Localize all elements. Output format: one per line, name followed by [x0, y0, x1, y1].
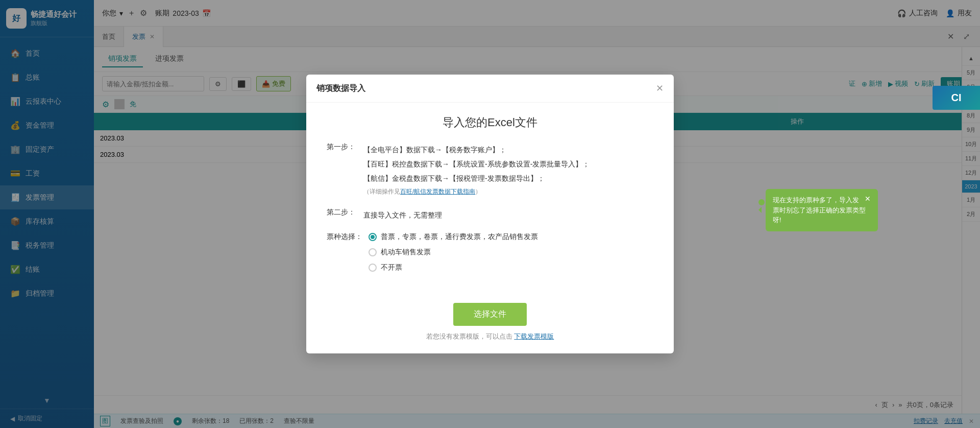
- step2: 第二步： 直接导入文件，无需整理: [327, 208, 653, 222]
- ticket-label: 票种选择：: [327, 232, 362, 242]
- dialog-footer: 选择文件 若您没有发票模版，可以点击 下载发票模版: [306, 295, 674, 353]
- radio-motor-label: 机动车销售发票: [381, 248, 431, 257]
- step1-line1: 【全电平台】数据下载→【税务数字账户】；: [363, 142, 653, 157]
- step1-content: 【全电平台】数据下载→【税务数字账户】； 【百旺】税控盘数据下载→【系统设置-系…: [363, 142, 653, 198]
- guide-link[interactable]: 百旺/航信发票数据下载指南: [400, 188, 475, 195]
- ticket-select: 票种选择： 普票，专票，卷票，通行费发票，农产品销售发票 机动车销售发票 不开票: [327, 232, 653, 272]
- ci-badge: CI: [933, 86, 980, 110]
- step2-content: 直接导入文件，无需整理: [363, 208, 653, 222]
- radio-normal[interactable]: 普票，专票，卷票，通行费发票，农产品销售发票: [369, 232, 538, 242]
- import-dialog: 销项数据导入 ✕ 导入您的Excel文件 第一步： 【全电平台】数据下载→【税务…: [306, 75, 674, 353]
- tooltip-dot: [758, 199, 765, 205]
- dialog-header: 销项数据导入 ✕: [306, 75, 674, 103]
- download-hint: 若您没有发票模版，可以点击 下载发票模版: [316, 332, 664, 341]
- download-template-link[interactable]: 下载发票模版: [514, 332, 554, 340]
- dialog-main-title: 导入您的Excel文件: [327, 115, 653, 130]
- radio-no-ticket-label: 不开票: [381, 263, 402, 272]
- radio-normal-btn[interactable]: [369, 233, 377, 241]
- select-file-button[interactable]: 选择文件: [453, 303, 527, 326]
- dialog-close-button[interactable]: ✕: [656, 83, 664, 94]
- step1-link: （详细操作见百旺/航信发票数据下载指南）: [363, 185, 653, 198]
- step1-line3: 【航信】金税盘数据下载→【报税管理-发票数据导出】；: [363, 171, 653, 185]
- step1: 第一步： 【全电平台】数据下载→【税务数字账户】； 【百旺】税控盘数据下载→【系…: [327, 142, 653, 198]
- radio-motor-btn[interactable]: [369, 248, 377, 256]
- radio-group: 普票，专票，卷票，通行费发票，农产品销售发票 机动车销售发票 不开票: [369, 232, 538, 272]
- tooltip-text: 现在支持的票种多了，导入发票时别忘了选择正确的发票类型呀!: [773, 196, 866, 224]
- step2-label: 第二步：: [327, 208, 357, 217]
- radio-normal-label: 普票，专票，卷票，通行费发票，农产品销售发票: [381, 232, 538, 242]
- radio-no-ticket-btn[interactable]: [369, 264, 377, 272]
- step1-label: 第一步：: [327, 142, 357, 152]
- dialog-body: 导入您的Excel文件 第一步： 【全电平台】数据下载→【税务数字账户】； 【百…: [306, 103, 674, 295]
- radio-motor[interactable]: 机动车销售发票: [369, 248, 538, 257]
- tooltip-close-button[interactable]: ✕: [865, 195, 871, 202]
- step1-line2: 【百旺】税控盘数据下载→【系统设置-系统参数设置-发票批量导入】；: [363, 157, 653, 171]
- radio-no-ticket[interactable]: 不开票: [369, 263, 538, 272]
- dialog-title: 销项数据导入: [316, 83, 365, 94]
- tooltip-bubble: ✕ 现在支持的票种多了，导入发票时别忘了选择正确的发票类型呀!: [766, 189, 878, 231]
